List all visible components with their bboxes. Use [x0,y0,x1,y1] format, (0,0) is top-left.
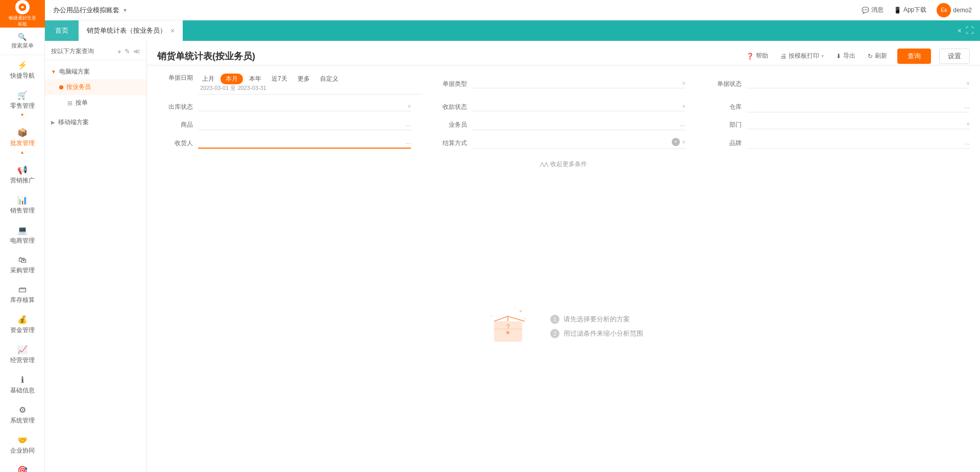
left-panel-header: 按以下方案查询 + ✎ ≪ [45,41,146,60]
sidebar-item-collab[interactable]: 🤝 企业协同 [0,430,44,460]
date-tab-thisyear[interactable]: 本年 [245,74,265,84]
receiver-input[interactable] [198,138,401,145]
collab-icon: 🤝 [17,435,28,445]
receiver-dots[interactable]: ... [405,137,411,146]
warehouse-select[interactable]: ... [747,102,970,110]
guide-icon: 🎯 [17,465,28,472]
sidebar-item-retail[interactable]: 🛒 零售管理 ▾ [0,85,44,123]
sidebar-item-guide[interactable]: 🎯 新手引导 [0,460,44,472]
doc-type-control[interactable]: ∨ [472,80,685,88]
brand-dots[interactable]: ... [964,138,970,146]
doc-type-select[interactable]: ∨ [472,80,685,86]
settings-btn[interactable]: 设置 [939,49,970,64]
help-btn[interactable]: ❓ 帮助 [744,52,770,60]
message-action[interactable]: 💬 消息 [862,6,884,14]
out-status-select[interactable]: ∨ [198,103,411,109]
sub-icon-order: ⊞ [67,100,72,107]
edit-scheme-btn[interactable]: ✎ [125,48,130,55]
goods-dots[interactable]: ... [405,120,411,128]
sidebar-item-purchase[interactable]: 🛍 采购管理 [0,250,44,280]
tab-active[interactable]: 销货单统计表（按业务员） × [79,20,183,41]
refresh-btn[interactable]: ↻ 刷新 [866,52,889,60]
collapse-btn[interactable]: ⋀⋀ 收起更多条件 [157,156,970,173]
user-avatar: Ea [937,3,951,17]
payment-select[interactable]: × ∨ [472,138,685,146]
collapse-panel-btn[interactable]: ≪ [133,48,140,55]
top-bar-left: 办公用品行业模拟账套 ▾ [53,6,127,15]
date-tab-lastmonth[interactable]: 上月 [198,74,218,84]
sidebar-item-inventory[interactable]: 🗃 库存核算 [0,280,44,310]
scheme-sub-item-order[interactable]: ⊞ 按单 [45,95,146,111]
sidebar-item-operations[interactable]: 📈 经营管理 [0,340,44,370]
receiver-label: 收货人 [157,139,198,148]
marketing-icon: 📢 [17,165,28,175]
warehouse-control[interactable]: ... [747,102,970,112]
tab-maximize-btn[interactable]: ⛶ [966,26,974,35]
tab-home-label: 首页 [55,26,68,35]
sidebar: 畅捷通好生意 标版 🔍 搜索菜单 ⚡ 快捷导航 🛒 零售管理 ▾ 📦 批发管理 … [0,0,45,472]
date-tab-custom[interactable]: 自定义 [316,74,342,84]
goods-control[interactable]: ... [198,120,411,130]
doc-status-arrow: ∨ [966,80,970,86]
sidebar-item-sales[interactable]: 📊 销售管理 [0,190,44,220]
dept-control[interactable]: ∨ [747,121,970,129]
chevron-right-icon: ▶ [51,120,55,125]
tab-home[interactable]: 首页 [45,20,79,41]
doc-type-arrow: ∨ [682,80,685,86]
wholesale-label: 批发管理 [10,139,35,148]
sidebar-item-marketing[interactable]: 📢 营销推广 [0,160,44,190]
app-download-action[interactable]: 📱 App下载 [894,6,926,14]
app-logo[interactable]: 畅捷通好生意 标版 [0,0,45,28]
sidebar-item-ecom[interactable]: 💻 电商管理 [0,220,44,250]
svg-point-3 [506,331,509,334]
out-status-control[interactable]: ∨ [198,103,411,111]
download-icon: 📱 [894,7,901,14]
left-panel-actions: + ✎ ≪ [117,48,140,56]
sidebar-item-quicknav[interactable]: ⚡ 快捷导航 [0,55,44,85]
filter-row-4: 收货人 ... 结算方式 × ∨ [157,137,970,149]
page-header-actions: ❓ 帮助 🖨 按模板打印 ▾ ⬇ 导出 ↻ 刷新 [744,49,970,64]
scheme-group-header-desktop[interactable]: ▼ 电脑端方案 [45,64,146,79]
date-tab-thismonth[interactable]: 本月 [220,74,243,84]
message-label: 消息 [871,6,884,14]
dept-arrow: ∨ [966,121,970,127]
main-wrapper: 办公用品行业模拟账套 ▾ 💬 消息 📱 App下载 Ea demo2 首页 [45,0,980,472]
top-dropdown-icon[interactable]: ▾ [124,7,127,14]
sidebar-item-wholesale[interactable]: 📦 批发管理 ▴ [0,123,44,160]
sidebar-search[interactable]: 🔍 搜索菜单 [0,28,44,55]
query-btn[interactable]: 查询 [897,49,931,64]
user-action[interactable]: Ea demo2 [937,3,972,17]
doc-status-control[interactable]: ∨ [747,80,970,88]
sidebar-item-finance[interactable]: 💰 资金管理 [0,310,44,340]
date-tab-more[interactable]: 更多 [293,74,314,84]
dept-select[interactable]: ∨ [747,121,970,127]
doc-status-select[interactable]: ∨ [747,80,970,86]
inventory-icon: 🗃 [18,285,27,294]
salesperson-control[interactable]: ... [472,120,685,130]
date-tabs: 上月 本月 本年 近7天 更多 自定义 [198,74,421,84]
payment-clear-btn[interactable]: × [672,138,680,146]
filter-row-2: 出库状态 ∨ 收款状态 ∨ [157,102,970,112]
sidebar-item-basicinfo[interactable]: ℹ 基础信息 [0,370,44,400]
collect-status-select[interactable]: ∨ [472,103,685,109]
receiver-control[interactable]: ... [198,137,411,149]
export-btn[interactable]: ⬇ 导出 [834,52,857,60]
left-panel-title: 按以下方案查询 [51,47,94,56]
collect-status-control[interactable]: ∨ [472,103,685,111]
warehouse-dots[interactable]: ... [964,102,970,110]
print-label: 按模板打印 [789,52,819,60]
salesperson-dots[interactable]: ... [679,120,685,128]
tab-close-btn[interactable]: × [958,27,962,35]
brand-control[interactable]: ... [747,138,970,149]
add-scheme-btn[interactable]: + [117,48,121,56]
empty-state-content: 1 请先选择要分析的方案 2 用过滤条件来缩小分析范围 [484,301,643,352]
date-tab-7days[interactable]: 近7天 [267,74,291,84]
payment-control[interactable]: × ∨ [472,138,685,149]
sidebar-item-system[interactable]: ⚙ 系统管理 [0,400,44,430]
basicinfo-label: 基础信息 [10,386,35,395]
scheme-item-salesperson[interactable]: 按业务员 [45,79,146,95]
out-status-label: 出库状态 [157,103,198,111]
print-btn[interactable]: 🖨 按模板打印 ▾ [778,52,826,60]
tab-close-icon[interactable]: × [170,27,175,34]
scheme-group-mobile[interactable]: ▶ 移动端方案 [45,115,146,130]
